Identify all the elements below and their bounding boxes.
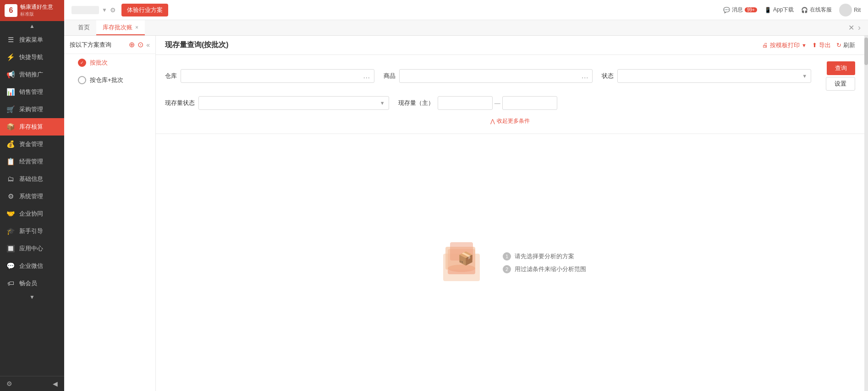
- export-btn[interactable]: ⬆ 导出: [812, 41, 831, 49]
- sidebar-item-label: 企业协同: [19, 210, 43, 218]
- empty-tip-2: 2 用过滤条件来缩小分析范围: [503, 265, 586, 273]
- search-row-1: 仓库 … 商品 … 状态: [165, 61, 855, 91]
- sidebar-item-label: 应用中心: [19, 244, 43, 253]
- wx-icon: 💬: [6, 262, 15, 270]
- finance-icon: 💰: [6, 140, 15, 148]
- enterprise-icon: 🤝: [6, 210, 15, 218]
- sidebar-item-quick-nav[interactable]: ⚡ 快捷导航: [0, 49, 64, 66]
- sidebar-footer: ⚙ ◀: [0, 376, 64, 391]
- sidebar-item-search[interactable]: ☰ 搜索菜单: [0, 31, 64, 49]
- warehouse-more-btn[interactable]: …: [363, 72, 370, 80]
- empty-state: 📦 1 请先选择要分析的方案 2 用过滤条件来缩小分析范围: [156, 134, 864, 391]
- sidebar-item-sales[interactable]: 📊 销售管理: [0, 83, 64, 101]
- collapse-label: 收起更多条件: [497, 117, 530, 125]
- sidebar-scroll-up[interactable]: ▲: [0, 21, 64, 31]
- right-scrollbar[interactable]: [864, 36, 868, 391]
- app-download-label: App下载: [773, 6, 794, 14]
- sidebar-item-operations[interactable]: 📋 经营管理: [0, 153, 64, 170]
- sidebar-item-label: 基础信息: [19, 175, 43, 183]
- app-download-btn[interactable]: 📱 App下载: [764, 6, 794, 14]
- product-input[interactable]: …: [399, 69, 593, 83]
- sidebar-item-label: 系统管理: [19, 192, 43, 201]
- inventory-qty-min-input[interactable]: [438, 96, 493, 110]
- settings-btn[interactable]: 设置: [826, 77, 855, 91]
- inventory-qty-max-input[interactable]: [502, 96, 557, 110]
- collapse-panel-btn[interactable]: «: [146, 41, 150, 49]
- inactive-scheme-indicator: [78, 76, 86, 84]
- status-field: 状态 ▼: [602, 69, 811, 83]
- system-icon: ⚙: [6, 192, 15, 201]
- page-header-actions: 🖨 按模板打印 ▼ ⬆ 导出 ↻ 刷新: [762, 41, 855, 49]
- user-btn[interactable]: Rit: [839, 4, 861, 16]
- app-version: 标准版: [20, 11, 53, 17]
- sidebar-item-label: 新手引导: [19, 227, 43, 235]
- warehouse-field: 仓库 …: [165, 69, 374, 83]
- sidebar-item-label: 快捷导航: [19, 53, 43, 61]
- add-scheme-btn[interactable]: ⊕: [129, 40, 135, 49]
- search-row-2: 现存量状态 ▼ 现存量（主） —: [165, 96, 855, 110]
- settings-icon[interactable]: ⚙: [6, 380, 12, 387]
- inventory-qty-field: 现存量（主） —: [398, 96, 622, 110]
- tab-active-label: 库存批次账: [103, 23, 132, 32]
- chevron-down-icon: ▼: [102, 7, 107, 13]
- scrollbar-thumb[interactable]: [864, 38, 868, 65]
- quick-nav-icon: ⚡: [6, 53, 15, 61]
- sidebar-item-inventory[interactable]: 📦 库存核算: [0, 118, 64, 136]
- filter-item-label: 按仓库+批次: [90, 76, 123, 84]
- message-btn[interactable]: 💬 消息 99+: [723, 6, 757, 14]
- sidebar-item-apps[interactable]: 🔲 应用中心: [0, 240, 64, 257]
- sidebar-item-wx[interactable]: 💬 企业微信: [0, 257, 64, 275]
- collapse-icon[interactable]: ◀: [53, 380, 58, 387]
- breadcrumb: ▼ ⚙: [71, 6, 116, 14]
- chevron-right-icon[interactable]: ›: [858, 23, 861, 33]
- sidebar-item-marketing[interactable]: 📢 营销推广: [0, 66, 64, 83]
- product-more-btn[interactable]: …: [581, 72, 588, 80]
- experience-btn[interactable]: 体验行业方案: [121, 4, 168, 16]
- query-btn[interactable]: 查询: [827, 61, 855, 75]
- tab-home[interactable]: 首页: [71, 20, 96, 35]
- inventory-status-select[interactable]: ▼: [198, 96, 389, 110]
- filter-item-by-warehouse-batch[interactable]: 按仓库+批次: [64, 71, 155, 89]
- refresh-btn[interactable]: ↻ 刷新: [836, 41, 855, 49]
- page-header: 现存量查询(按批次) 🖨 按模板打印 ▼ ⬆ 导出 ↻ 刷新: [156, 36, 864, 55]
- sidebar-scroll-down[interactable]: ▼: [0, 292, 64, 302]
- scheme-settings-btn[interactable]: ⊙: [137, 40, 143, 49]
- export-label: 导出: [819, 41, 831, 49]
- status-dropdown-icon: ▼: [802, 73, 807, 79]
- print-icon: 🖨: [762, 42, 768, 49]
- topbar-right: 💬 消息 99+ 📱 App下载 🎧 在线客服 Rit: [723, 4, 861, 16]
- sidebar-item-newbie[interactable]: 🎓 新手引导: [0, 223, 64, 240]
- online-service-btn[interactable]: 🎧 在线客服: [801, 6, 832, 14]
- close-all-tabs-btn[interactable]: ✕: [845, 23, 858, 32]
- sales-icon: 📊: [6, 88, 15, 96]
- sidebar-item-system[interactable]: ⚙ 系统管理: [0, 188, 64, 205]
- apps-icon: 🔲: [6, 244, 15, 253]
- search-icon: ☰: [6, 36, 15, 44]
- export-icon: ⬆: [812, 42, 817, 49]
- sidebar-item-label: 畅会员: [19, 279, 37, 288]
- tab-close-btn[interactable]: ×: [135, 24, 138, 31]
- collapse-conditions-btn[interactable]: ⋀ 收起更多条件: [165, 115, 855, 127]
- sidebar-item-purchase[interactable]: 🛒 采购管理: [0, 101, 64, 118]
- sidebar-item-finance[interactable]: 💰 资金管理: [0, 136, 64, 153]
- gear-icon[interactable]: ⚙: [110, 6, 116, 14]
- status-select[interactable]: ▼: [617, 69, 811, 83]
- print-btn[interactable]: 🖨 按模板打印 ▼: [762, 41, 807, 49]
- warehouse-label: 仓库: [165, 72, 177, 80]
- vip-icon: 🏷: [6, 279, 15, 288]
- refresh-label: 刷新: [843, 41, 855, 49]
- print-dropdown-icon[interactable]: ▼: [802, 43, 807, 48]
- sidebar-item-vip[interactable]: 🏷 畅会员: [0, 275, 64, 292]
- sidebar-item-enterprise[interactable]: 🤝 企业协同: [0, 205, 64, 223]
- tab-inventory-batch[interactable]: 库存批次账 ×: [96, 20, 145, 35]
- status-label: 状态: [602, 72, 614, 80]
- filter-item-by-batch[interactable]: ✓ 按批次: [64, 54, 155, 71]
- tab-home-label: 首页: [78, 23, 90, 32]
- inventory-status-label: 现存量状态: [165, 99, 195, 107]
- topbar: ▼ ⚙ 体验行业方案 💬 消息 99+ 📱 App下载 🎧 在线客服 Rit: [64, 0, 868, 20]
- empty-illustration: 📦: [434, 235, 489, 290]
- inventory-icon: 📦: [6, 123, 15, 131]
- sidebar-item-basic[interactable]: 🗂 基础信息: [0, 170, 64, 188]
- warehouse-input[interactable]: …: [181, 69, 374, 83]
- content-area: 按以下方案查询 ⊕ ⊙ « ✓ 按批次 按仓库+批次 现存量查询(按批次): [64, 36, 868, 391]
